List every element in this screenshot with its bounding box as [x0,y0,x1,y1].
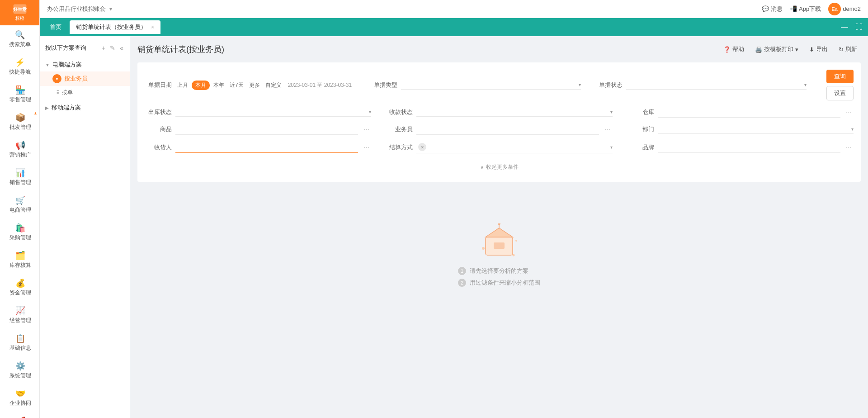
doc-status-select[interactable]: ▾ [626,81,807,90]
sidebar-item-inventory[interactable]: 🗂️ 库存核算 [0,246,39,274]
settings-btn[interactable]: 设置 [826,86,854,100]
dropdown-arrow-icon: ▾ [795,46,798,53]
filter-doc-type-item: 单据类型 ▾ [370,81,581,90]
sidebar-item-operations[interactable]: 📈 经营管理 [0,301,39,329]
goods-dots-btn[interactable]: ··· [362,125,371,133]
tab-home-label: 首页 [50,24,61,30]
tab-maximize-btn[interactable]: ⛶ [854,21,864,33]
tab-sales-stats[interactable]: 销货单统计表（按业务员） × [70,20,160,34]
tab-actions: — ⛶ [839,21,864,33]
page-title: 销货单统计表(按业务员) [137,44,224,55]
filter-doc-status-item: 单据状态 ▾ [595,81,807,90]
sidebar-item-ecommerce[interactable]: 🛒 电商管理 [0,191,39,218]
user-menu[interactable]: Ea demo2 [828,3,861,15]
date-range: 2023-03-01 至 2023-03-31 [288,81,352,89]
empty-steps: 1 请先选择要分析的方案 2 用过滤条件来缩小分析范围 [458,267,540,290]
receiver-dots-btn[interactable]: ··· [362,143,371,152]
scheme-item-icon: ● [52,74,61,83]
operations-icon: 📈 [15,306,25,316]
sidebar-item-label: 资金管理 [9,289,31,297]
edit-scheme-btn[interactable]: ✎ [109,43,116,52]
sidebar-item-quick-nav[interactable]: ⚡ 快捷导航 [0,53,39,81]
date-tab-custom[interactable]: 自定义 [264,81,283,90]
scheme-group-desktop: ▼ 电脑端方案 ● 按业务员 ⠿ 按单 [40,58,130,99]
message-btn[interactable]: 💬 消息 [762,5,783,13]
sidebar-item-label: 搜索菜单 [9,41,31,48]
out-status-select[interactable]: ▾ [175,108,371,117]
sidebar-item-retail[interactable]: 🏪 零售管理 [0,81,39,108]
doc-type-select[interactable]: ▾ [401,81,581,90]
inventory-icon: 🗂️ [15,251,25,261]
action-btns: 查询 设置 [826,70,854,100]
search-icon: 🔍 [15,30,25,40]
sidebar-item-purchase[interactable]: 🛍️ 采购管理 [0,218,39,246]
sidebar-item-sales[interactable]: 📊 销售管理 [0,163,39,191]
sidebar-item-finance[interactable]: 💰 资金管理 [0,274,39,301]
tab-minimize-btn[interactable]: — [839,21,850,33]
sidebar-item-wholesale[interactable]: 📦 批发管理 ▲ [0,108,39,136]
brand-input[interactable] [658,142,840,153]
receiver-input[interactable] [175,142,358,153]
warehouse-input[interactable] [658,107,840,118]
date-tab-this-month[interactable]: 本月 [192,81,210,90]
payment-select[interactable]: × ▾ [416,141,612,153]
main-area: 销货单统计表(按业务员) ❓ 帮助 🖨️ 按模板打印 ▾ ⬇ 导出 [130,36,868,418]
dept-select[interactable]: ▾ [658,125,854,134]
sidebar-item-label: 销售管理 [9,179,31,186]
date-tab-this-year[interactable]: 本年 [212,81,226,90]
sidebar-item-enterprise[interactable]: 🤝 企业协同 [0,384,39,412]
sidebar-item-basic-info[interactable]: 📋 基础信息 [0,329,39,356]
date-filter: 上月 本月 本年 近7天 更多 自定义 2023-03-01 至 2023-03… [175,81,356,90]
warehouse-dots-btn[interactable]: ··· [844,108,854,116]
sidebar-item-search[interactable]: 🔍 搜索菜单 [0,25,39,53]
date-label: 单据日期 [145,81,172,89]
chevron-down-icon: ▾ [610,109,613,114]
payment-label: 结算方式 [386,143,413,152]
doc-status-label: 单据状态 [595,81,623,89]
sidebar-item-newbie[interactable]: 🚀 新手引导 [0,412,39,418]
topbar: 办公用品行业模拟账套 ▾ 💬 消息 📲 App下载 Ea demo2 [40,0,868,18]
collect-status-select[interactable]: ▾ [416,108,612,117]
wholesale-icon: 📦 [15,113,25,123]
date-tab-7days[interactable]: 近7天 [228,81,245,90]
collapse-panel-btn[interactable]: « [119,43,124,52]
app-download-label: App下载 [799,5,821,13]
scheme-sub-label: 按单 [62,89,73,96]
brand-dots-btn[interactable]: ··· [844,143,854,152]
query-btn[interactable]: 查询 [826,70,854,83]
add-scheme-btn[interactable]: + [101,43,106,52]
svg-point-8 [515,240,517,242]
chevron-down-icon: ▾ [851,127,854,132]
filter-row-1: 单据日期 上月 本月 本年 近7天 更多 自定义 2023-03-01 至 20… [145,70,854,100]
doc-type-label: 单据类型 [370,81,397,89]
export-btn[interactable]: ⬇ 导出 [806,43,831,55]
salesperson-input[interactable] [416,124,599,135]
app-download-btn[interactable]: 📲 App下载 [790,5,821,13]
date-tab-last-month[interactable]: 上月 [175,81,190,90]
filter-collect-status-item: 收款状态 ▾ [386,108,612,117]
payment-clear-btn[interactable]: × [418,143,426,151]
content-area: 按以下方案查询 + ✎ « ▼ 电脑端方案 ● 按业务员 ⠿ 按 [40,36,868,418]
scheme-sub-item-by-order[interactable]: ⠿ 按单 [40,86,130,99]
scheme-group-mobile-header[interactable]: ▶ 移动端方案 [40,101,130,114]
template-print-btn[interactable]: 🖨️ 按模板打印 ▾ [751,43,802,55]
tab-home[interactable]: 首页 [43,20,68,34]
sidebar-logo: 好生意 标橙 [0,0,39,25]
collapse-btn[interactable]: ∧ 收起更多条件 [480,163,519,171]
refresh-btn[interactable]: ↻ 刷新 [835,43,861,55]
scheme-item-by-salesperson[interactable]: ● 按业务员 [40,71,130,86]
sidebar-item-marketing[interactable]: 📢 营销推广 [0,136,39,163]
tab-close-btn[interactable]: × [151,24,154,30]
sidebar: 好生意 标橙 🔍 搜索菜单 ⚡ 快捷导航 🏪 零售管理 📦 批发管理 ▲ 📢 营… [0,0,40,418]
salesperson-dots-btn[interactable]: ··· [603,125,612,133]
topbar-dropdown-icon[interactable]: ▾ [109,6,112,12]
finance-icon: 💰 [15,278,25,288]
sidebar-item-system[interactable]: ⚙️ 系统管理 [0,356,39,384]
scheme-group-desktop-header[interactable]: ▼ 电脑端方案 [40,58,130,71]
date-tab-more[interactable]: 更多 [247,81,262,90]
scheme-group-mobile: ▶ 移动端方案 [40,101,130,114]
newbie-icon: 🚀 [15,416,25,418]
goods-input[interactable] [175,124,358,135]
sidebar-item-label: 采购管理 [9,234,31,242]
help-btn[interactable]: ❓ 帮助 [720,43,748,55]
